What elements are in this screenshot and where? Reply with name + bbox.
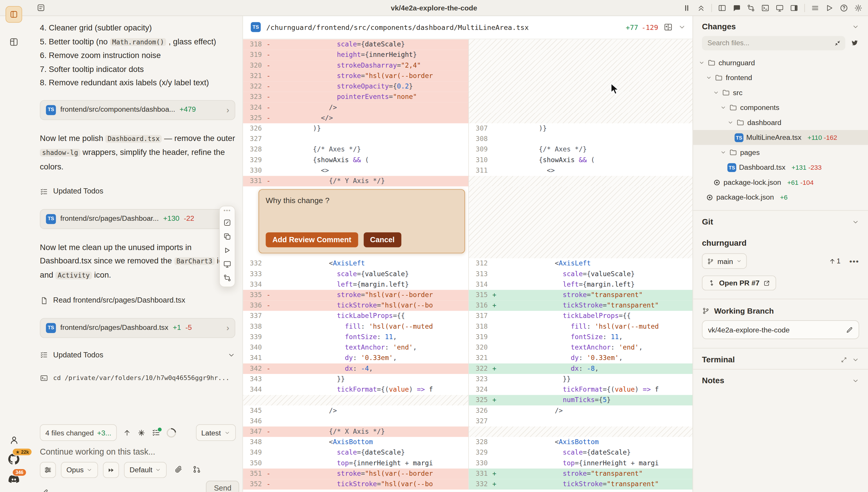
commits-ahead[interactable]: 1	[829, 257, 840, 265]
chat-input[interactable]	[40, 442, 236, 460]
file-change-chip[interactable]: TSfrontend/src/pages/Dashboar...+130-22›	[40, 209, 235, 229]
annotate-icon[interactable]	[223, 218, 231, 227]
diff-line[interactable]: 330 <>	[243, 165, 469, 176]
diff-line[interactable]: 326 )}	[243, 123, 469, 134]
files-changed-pill[interactable]: 4 files changed +3...	[40, 424, 117, 441]
panel-right-icon[interactable]	[790, 3, 798, 12]
pause-icon[interactable]	[682, 3, 691, 12]
diff-line[interactable]: 317 tickLabelProps={{	[469, 311, 694, 321]
tree-row[interactable]: frontend	[693, 70, 868, 85]
diff-line[interactable]: 329 {showAxis && (	[243, 155, 469, 165]
tree-row[interactable]: package-lock.json+61 -104	[693, 175, 868, 190]
expand-icon[interactable]	[840, 356, 848, 363]
diff-line[interactable]: 316+ tickStroke="transparent"	[469, 300, 694, 311]
diff-line[interactable]: 331- {/* Y Axis */}	[243, 176, 469, 186]
edit-branch-icon[interactable]	[846, 326, 853, 333]
tree-row[interactable]: churnguard	[693, 55, 868, 70]
diff-line[interactable]: 349 scale={dateScale}	[243, 448, 469, 458]
diff-line[interactable]: 320- strokeDasharray="2,4"	[243, 60, 469, 71]
tree-row[interactable]: src	[693, 85, 868, 100]
diff-line[interactable]: 352- tickStroke="hsl(var(--bo	[243, 479, 469, 489]
diff-line[interactable]: 308	[469, 134, 694, 144]
diff-line[interactable]: 322+ dx: -8,	[469, 364, 694, 374]
diff-line[interactable]: 310 {showAxis && (	[469, 155, 694, 165]
copy-icon[interactable]	[223, 232, 231, 241]
diff-line[interactable]: 325- </>	[243, 113, 469, 123]
diff-line[interactable]: 342- dx: -4,	[243, 364, 469, 374]
diff-line[interactable]: 345 />	[243, 405, 469, 416]
diff-line[interactable]: 309 {/* Axes */}	[469, 145, 694, 155]
panel-left-icon[interactable]	[718, 3, 726, 12]
chat-icon[interactable]	[732, 3, 741, 12]
diff-line[interactable]: 321 dy: '0.33em',	[469, 353, 694, 364]
chevron-down-icon[interactable]	[852, 23, 859, 30]
todos-row[interactable]: Updated Todos	[40, 348, 235, 362]
diff-line[interactable]: 333 scale={valueScale}	[243, 269, 469, 279]
file-change-chip[interactable]: TSfrontend/src/pages/Dashboard.tsx+1-5›	[40, 318, 235, 338]
review-comment-input[interactable]: Why this change ?	[266, 195, 458, 206]
draw-icon[interactable]	[40, 489, 49, 492]
fast-forward-icon[interactable]	[103, 462, 119, 478]
git-section-header[interactable]: Git	[693, 211, 868, 231]
notes-section-header[interactable]: Notes	[693, 370, 868, 390]
app-icon[interactable]	[5, 6, 22, 23]
attach-icon[interactable]	[172, 462, 185, 476]
diff-line[interactable]: 318- scale={dateScale}	[243, 39, 469, 50]
diff-line[interactable]: 334 left={margin.left}	[243, 279, 469, 290]
board-icon[interactable]	[9, 37, 19, 47]
context-icon[interactable]	[137, 428, 146, 437]
add-review-comment-button[interactable]: Add Review Comment	[266, 232, 358, 247]
diff-line[interactable]: 341 dy: '0.33em',	[243, 353, 469, 364]
diff-line[interactable]: 336- tickStroke="hsl(var(--bo	[243, 300, 469, 311]
diff-line[interactable]: 315+ stroke="transparent"	[469, 290, 694, 300]
git-compare-icon[interactable]	[747, 3, 755, 12]
file-change-chip[interactable]: TSfrontend/src/components/dashboa...+479…	[40, 100, 235, 120]
diff-line[interactable]: 350 top={innerHeight + margi	[243, 458, 469, 468]
diff-line[interactable]: 322- strokeOpacity={0.2}	[243, 81, 469, 92]
diff-line[interactable]: 311 <>	[469, 165, 694, 176]
tree-row[interactable]: TSMultiLineArea.tsx+110 -162	[693, 130, 868, 145]
chevron-down-icon[interactable]	[852, 377, 859, 385]
latest-dropdown[interactable]: Latest	[196, 424, 236, 441]
diff-line[interactable]: 313 scale={valueScale}	[469, 269, 694, 279]
diff-line[interactable]: 331+ stroke="transparent"	[469, 468, 694, 479]
split-diff-icon[interactable]	[664, 23, 673, 32]
chat-settings-icon[interactable]	[40, 462, 56, 478]
menu-icon[interactable]	[811, 3, 820, 12]
diff-line[interactable]: 324- />	[243, 102, 469, 113]
collapse-tree-icon[interactable]	[834, 40, 841, 46]
github-icon[interactable]: ★ 22k	[7, 452, 21, 466]
diff-line[interactable]: 346	[243, 416, 469, 426]
run-icon[interactable]	[825, 3, 834, 12]
working-branch-field[interactable]: vk/4e2a-explore-the-code	[702, 320, 859, 339]
diff-line[interactable]: 314 left={margin.left}	[469, 279, 694, 290]
diff-line[interactable]: 318 fill: 'hsl(var(--muted	[469, 321, 694, 332]
git-compare-icon[interactable]	[223, 274, 231, 282]
diff-line[interactable]: 327	[243, 134, 469, 144]
more-options-icon[interactable]: •••	[849, 259, 859, 264]
branch-selector[interactable]: main	[702, 253, 747, 269]
diff-line[interactable]: 330 top={innerHeight + margi	[469, 458, 694, 468]
bird-icon[interactable]	[850, 39, 859, 48]
diff-line[interactable]: 320 textAnchor: 'end',	[469, 342, 694, 353]
diff-line[interactable]: 319 fontSize: 11,	[469, 332, 694, 342]
diff-line[interactable]: 327	[469, 416, 694, 426]
diff-line[interactable]: 323- pointerEvents="none"	[243, 92, 469, 102]
diff-line[interactable]: 335- stroke="hsl(var(--border	[243, 290, 469, 300]
terminal-section-header[interactable]: Terminal	[693, 348, 868, 369]
tool-call-row[interactable]: Read frontend/src/pages/Dashboard.tsx	[40, 294, 235, 308]
chevron-down-icon[interactable]	[228, 351, 235, 359]
drag-handle[interactable]: •••	[224, 208, 231, 213]
tree-row[interactable]: components	[693, 100, 868, 115]
monitor-icon[interactable]	[776, 3, 784, 12]
diff-line[interactable]: 344 tickFormat={(value) => f	[243, 385, 469, 395]
user-icon[interactable]	[9, 435, 19, 445]
cancel-button[interactable]: Cancel	[363, 232, 401, 247]
todos-row[interactable]: Updated Todos	[40, 185, 235, 198]
play-icon[interactable]	[223, 246, 231, 255]
scroll-top-icon[interactable]	[123, 428, 132, 437]
mode-dropdown[interactable]: Default	[124, 462, 167, 478]
todos-status-icon[interactable]	[152, 428, 161, 437]
open-pr-button[interactable]: Open PR #7	[702, 276, 776, 290]
diff-line[interactable]: 328 <AxisBottom	[469, 437, 694, 447]
